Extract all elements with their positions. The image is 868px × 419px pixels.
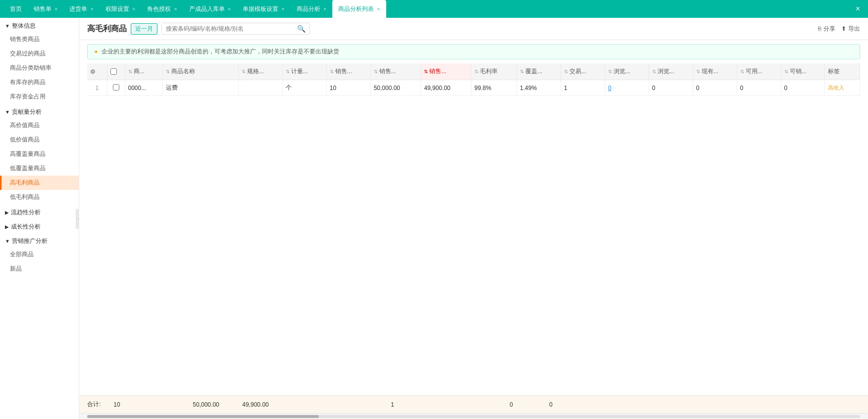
sidebar-item-high-value[interactable]: 高价值商品 (0, 118, 79, 133)
close-purchase-tab[interactable]: × (90, 6, 93, 12)
nav-product-inbound[interactable]: 产成品入库单 × (183, 0, 237, 18)
table-row: 1 0000... 运费 个 10 50,000.00 49,900.00 99… (87, 80, 860, 96)
row-checkbox[interactable] (113, 84, 119, 91)
share-icon: ⎘ (818, 25, 821, 32)
sidebar-item-low-coverage[interactable]: 低覆盖量商品 (0, 161, 79, 176)
sidebar-item-low-value[interactable]: 低价值商品 (0, 133, 79, 147)
sidebar-item-new-products[interactable]: 新品 (0, 262, 79, 276)
cell-tag: 高收入 (825, 80, 860, 96)
th-transaction[interactable]: ⇅ 交易... (561, 63, 605, 80)
close-product-analysis-tab[interactable]: × (323, 6, 326, 12)
cell-browse1[interactable]: 0 (605, 80, 649, 96)
group-arrow-marketing: ▼ (5, 238, 10, 244)
th-unit[interactable]: ⇅ 计量... (282, 63, 326, 80)
sidebar-group-contribution[interactable]: ▼ 贡献量分析 (0, 104, 79, 118)
sidebar-item-all-products[interactable]: 全部商品 (0, 247, 79, 262)
sidebar-item-stock-capital[interactable]: 库存资金占用 (0, 90, 79, 104)
scrollbar-thumb[interactable] (87, 415, 319, 418)
nav-home[interactable]: 首页 (4, 0, 28, 18)
sidebar-group-flow[interactable]: ▶ 流趋性分析 (0, 204, 79, 219)
cell-name: 运费 (162, 80, 238, 96)
th-saleable[interactable]: ⇅ 可销... (781, 63, 825, 80)
th-available[interactable]: ⇅ 可用... (737, 63, 781, 80)
nav-purchase[interactable]: 进货单 × (63, 0, 99, 18)
select-all-checkbox[interactable] (110, 68, 117, 75)
sort-icon-coverage: ⇅ (520, 69, 524, 74)
nav-sales[interactable]: 销售单 × (28, 0, 63, 18)
total-sale-amt: 50,000.00 (190, 401, 239, 408)
cell-stock: 0 (693, 80, 737, 96)
sort-icon-browse2: ⇅ (652, 69, 656, 74)
sort-icon-unit: ⇅ (286, 69, 290, 74)
close-template-tab[interactable]: × (281, 6, 284, 12)
sidebar-group-overall[interactable]: ▼ 整体信息 (0, 18, 79, 32)
close-product-inbound-tab[interactable]: × (228, 6, 231, 12)
header-actions: ⎘ 分享 ⬆ 导出 (818, 25, 860, 33)
group-arrow-overall: ▼ (5, 23, 10, 29)
th-tag: 标签 (825, 63, 860, 80)
sort-icon-stock: ⇅ (696, 69, 700, 74)
th-sale-profit[interactable]: ⇅ 销售... (421, 63, 471, 80)
th-browse1[interactable]: ⇅ 浏览... (605, 63, 649, 80)
total-sale-profit: 49,900.00 (239, 401, 289, 408)
th-code[interactable]: ⇅ 商... (125, 63, 162, 80)
sort-icon-gross-margin: ⇅ (474, 69, 478, 74)
sidebar: « ▼ 整体信息 销售类商品 交易过的商品 商品分类助销率 有库存的商品 库存资… (0, 18, 79, 419)
th-sale-amt[interactable]: ⇅ 销售... (370, 63, 421, 80)
th-browse2[interactable]: ⇅ 浏览... (649, 63, 693, 80)
sort-icon-browse1: ⇅ (608, 69, 612, 74)
sidebar-item-traded-products[interactable]: 交易过的商品 (0, 47, 79, 61)
th-gross-margin[interactable]: ⇅ 毛利率 (471, 63, 517, 80)
th-name[interactable]: ⇅ 商品名称 (162, 63, 238, 80)
nav-role[interactable]: 角色授权 × (141, 0, 183, 18)
period-button[interactable]: 近一月 (131, 23, 157, 35)
sidebar-item-low-margin[interactable]: 低毛利商品 (0, 190, 79, 204)
horizontal-scrollbar[interactable] (79, 413, 868, 419)
cell-sale-profit: 49,900.00 (421, 80, 471, 96)
close-role-tab[interactable]: × (174, 6, 177, 12)
total-transaction: 1 (388, 401, 427, 408)
nav-template[interactable]: 单据模板设置 × (237, 0, 290, 18)
nav-permission[interactable]: 权限设置 × (100, 0, 141, 18)
close-sales-tab[interactable]: × (54, 6, 57, 12)
total-stock: 0 (507, 401, 546, 408)
nav-product-analysis-list[interactable]: 商品分析列表 × (332, 0, 386, 18)
close-all-button[interactable]: × (852, 4, 864, 13)
cell-coverage: 1.49% (517, 80, 561, 96)
scrollbar-track[interactable] (87, 415, 860, 418)
data-table-wrapper[interactable]: ⚙ ⇅ 商... (87, 63, 860, 395)
search-icon[interactable]: 🔍 (297, 25, 306, 33)
sidebar-group-marketing[interactable]: ▼ 营销推广分析 (0, 233, 79, 247)
nav-product-analysis[interactable]: 商品分析 × (291, 0, 332, 18)
th-spec[interactable]: ⇅ 规格... (238, 63, 282, 80)
close-permission-tab[interactable]: × (132, 6, 135, 12)
sort-icon-code: ⇅ (128, 69, 132, 74)
th-sale-qty[interactable]: ⇅ 销售... (326, 63, 370, 80)
content-area: 高毛利商品 近一月 🔍 ⎘ 分享 ⬆ 导出 ✦ 企业的主要的利润都是这部分商品创… (79, 18, 868, 419)
sidebar-item-sales-products[interactable]: 销售类商品 (0, 32, 79, 47)
share-button[interactable]: ⎘ 分享 (818, 25, 835, 33)
th-row-num: ⚙ (87, 63, 107, 80)
close-product-analysis-list-tab[interactable]: × (377, 6, 380, 12)
sort-icon-sale-qty: ⇅ (330, 69, 334, 74)
group-arrow-flow: ▶ (5, 210, 9, 215)
cell-saleable: 0 (781, 80, 825, 96)
sidebar-item-category-assist[interactable]: 商品分类助销率 (0, 61, 79, 75)
th-stock[interactable]: ⇅ 现有... (693, 63, 737, 80)
sidebar-collapse-button[interactable]: « (76, 209, 79, 229)
cell-checkbox[interactable] (107, 80, 125, 96)
settings-icon[interactable]: ⚙ (90, 68, 96, 75)
search-input[interactable] (166, 25, 297, 32)
total-empty2 (427, 401, 507, 408)
data-table: ⚙ ⇅ 商... (87, 63, 860, 96)
th-coverage[interactable]: ⇅ 覆盖... (517, 63, 561, 80)
sidebar-group-growth[interactable]: ▶ 成长性分析 (0, 219, 79, 233)
sort-icon-transaction: ⇅ (564, 69, 568, 74)
sidebar-item-high-margin[interactable]: 高毛利商品 (0, 176, 79, 190)
export-button[interactable]: ⬆ 导出 (841, 25, 860, 33)
tag-badge: 高收入 (828, 85, 844, 91)
browse1-link[interactable]: 0 (608, 85, 612, 92)
export-icon: ⬆ (841, 25, 846, 32)
sidebar-item-high-coverage[interactable]: 高覆盖量商品 (0, 147, 79, 161)
sidebar-item-in-stock[interactable]: 有库存的商品 (0, 75, 79, 90)
